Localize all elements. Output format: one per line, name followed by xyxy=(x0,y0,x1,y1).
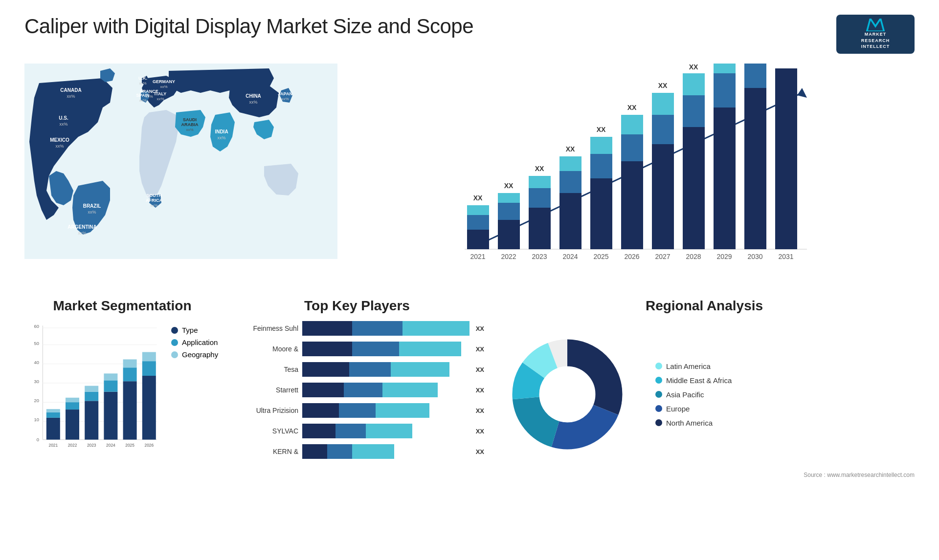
svg-text:2027: 2027 xyxy=(655,253,670,260)
svg-text:2024: 2024 xyxy=(562,253,578,260)
svg-rect-49 xyxy=(529,176,551,188)
player-bar xyxy=(302,403,470,418)
svg-rect-74 xyxy=(683,73,705,95)
svg-text:xx%: xx% xyxy=(67,94,75,99)
player-bar xyxy=(302,383,470,397)
players-title: Top Key Players xyxy=(230,298,484,314)
type-dot xyxy=(171,327,178,334)
svg-rect-73 xyxy=(683,95,705,127)
svg-rect-64 xyxy=(621,115,643,134)
svg-text:2023: 2023 xyxy=(532,253,547,260)
svg-rect-42 xyxy=(498,220,520,249)
segmentation-title: Market Segmentation xyxy=(24,298,220,314)
legend-middle-east: Middle East & Africa xyxy=(655,376,732,385)
svg-text:U.S.: U.S. xyxy=(59,115,68,121)
svg-rect-44 xyxy=(498,193,520,203)
svg-rect-62 xyxy=(621,161,643,249)
svg-text:SPAIN: SPAIN xyxy=(136,93,150,98)
svg-text:XX: XX xyxy=(689,64,698,71)
svg-text:xx%: xx% xyxy=(281,97,289,101)
players-section: Top Key Players Feinmess Suhl XX M xyxy=(230,298,484,550)
svg-text:60: 60 xyxy=(34,324,39,329)
geography-label: Geography xyxy=(182,350,218,359)
player-value: XX xyxy=(476,407,484,414)
legend-europe: Europe xyxy=(655,405,732,413)
svg-rect-83 xyxy=(744,64,766,88)
type-label: Type xyxy=(182,326,198,334)
svg-text:xx%: xx% xyxy=(150,203,157,208)
svg-rect-122 xyxy=(123,359,137,367)
world-map-section: CANADA xx% U.S. xx% MEXICO xx% BRAZIL xx… xyxy=(24,64,337,288)
player-bar xyxy=(302,444,470,459)
svg-rect-114 xyxy=(85,386,98,392)
europe-label: Europe xyxy=(666,405,690,413)
application-dot xyxy=(171,339,178,346)
player-name: Moore & xyxy=(230,345,298,353)
svg-text:XX: XX xyxy=(597,126,606,133)
latin-america-dot xyxy=(655,363,662,369)
svg-rect-58 xyxy=(590,154,612,178)
svg-rect-86 xyxy=(775,68,797,249)
svg-rect-63 xyxy=(621,134,643,161)
svg-rect-59 xyxy=(590,137,612,154)
svg-text:xx%: xx% xyxy=(217,135,225,140)
svg-rect-125 xyxy=(142,361,156,376)
regional-legend: Latin America Middle East & Africa Asia … xyxy=(655,362,732,427)
svg-rect-106 xyxy=(46,409,60,412)
middle-east-dot xyxy=(655,377,662,384)
svg-rect-82 xyxy=(744,88,766,249)
player-value: XX xyxy=(476,366,484,373)
svg-text:20: 20 xyxy=(34,398,39,403)
logo: MARKETRESEARCHINTELLECT xyxy=(836,15,915,54)
player-bar xyxy=(302,321,470,336)
regional-title: Regional Analysis xyxy=(494,298,915,314)
player-bar xyxy=(302,424,470,438)
svg-rect-126 xyxy=(142,352,156,361)
page-header: Caliper with Digital Display Market Size… xyxy=(24,15,915,54)
svg-text:0: 0 xyxy=(37,437,39,442)
donut-chart-svg xyxy=(494,321,641,468)
svg-text:xx%: xx% xyxy=(59,122,67,127)
segmentation-chart-svg: 0 10 20 30 40 50 60 xyxy=(24,321,161,458)
svg-text:xx%: xx% xyxy=(88,210,96,215)
player-row: Moore & XX xyxy=(230,342,484,356)
bottom-content: Market Segmentation 0 10 20 30 40 50 60 xyxy=(24,298,915,550)
legend-type: Type xyxy=(171,326,218,334)
svg-rect-118 xyxy=(104,373,117,380)
svg-text:XX: XX xyxy=(566,145,575,153)
player-name: KERN & xyxy=(230,448,298,455)
svg-text:xx%: xx% xyxy=(156,97,164,101)
svg-text:U.K.: U.K. xyxy=(138,76,147,81)
svg-rect-39 xyxy=(467,205,489,215)
growth-chart-section: XX 2021 XX 2022 XX 2023 XX 2024 xyxy=(347,64,915,288)
svg-rect-43 xyxy=(498,203,520,220)
middle-east-label: Middle East & Africa xyxy=(666,376,732,385)
svg-rect-78 xyxy=(714,73,736,108)
page-title: Caliper with Digital Display Market Size… xyxy=(24,15,473,38)
player-row: KERN & XX xyxy=(230,444,484,459)
svg-rect-67 xyxy=(652,144,674,249)
player-name: Tesa xyxy=(230,366,298,373)
svg-text:xx%: xx% xyxy=(78,231,86,236)
svg-text:2021: 2021 xyxy=(470,253,485,260)
svg-text:AFRICA: AFRICA xyxy=(146,198,162,203)
svg-rect-109 xyxy=(66,402,79,409)
svg-text:xx%: xx% xyxy=(186,128,193,132)
player-name: SYLVAC xyxy=(230,427,298,435)
svg-rect-117 xyxy=(104,380,117,391)
svg-rect-113 xyxy=(85,392,98,401)
svg-rect-72 xyxy=(683,127,705,249)
world-map-svg: CANADA xx% U.S. xx% MEXICO xx% BRAZIL xx… xyxy=(24,64,337,259)
svg-rect-112 xyxy=(85,401,98,439)
legend-geography: Geography xyxy=(171,350,218,359)
svg-rect-108 xyxy=(66,409,79,440)
svg-rect-104 xyxy=(46,418,60,440)
svg-text:BRAZIL: BRAZIL xyxy=(83,203,101,209)
svg-marker-0 xyxy=(867,19,884,31)
svg-point-134 xyxy=(539,366,595,422)
svg-text:XX: XX xyxy=(627,104,637,111)
svg-text:10: 10 xyxy=(34,417,39,422)
svg-rect-105 xyxy=(46,412,60,418)
svg-rect-53 xyxy=(559,171,581,193)
svg-text:xx%: xx% xyxy=(249,100,257,105)
